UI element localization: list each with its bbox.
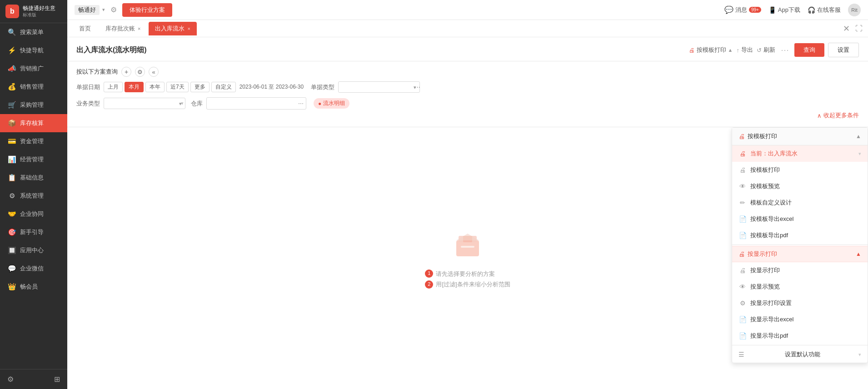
sidebar-item-finance[interactable]: 💳 资金管理 [0, 132, 67, 150]
message-button[interactable]: 💬 消息 99+ [724, 5, 761, 14]
tab-flow[interactable]: 出入库流水 × [149, 22, 196, 35]
purchase-icon: 🛒 [7, 101, 16, 109]
trial-button[interactable]: 体验行业方案 [122, 3, 172, 17]
dropdown-item-display-excel[interactable]: 📄 按显示导出excel [732, 311, 868, 328]
sidebar: b 畅捷通好生意 标准版 🔍 搜索菜单 ⚡ 快捷导航 📣 营销推广 💰 [0, 0, 67, 389]
online-service-button[interactable]: 🎧 在线客服 [808, 6, 841, 14]
sidebar-item-search[interactable]: 🔍 搜索菜单 [0, 23, 67, 41]
date-btn-this-month[interactable]: 本月 [125, 82, 144, 92]
sidebar-nav: 🔍 搜索菜单 ⚡ 快捷导航 📣 营销推广 💰 销售管理 🛒 采购管理 📦 [0, 23, 67, 369]
window-close-icon[interactable]: ✕ [843, 24, 850, 34]
doc-type-select[interactable] [338, 81, 420, 93]
step2-number: 2 [425, 280, 433, 289]
dropdown-item-template-custom[interactable]: ✏ 模板自定义设计 [732, 194, 868, 211]
settings-button[interactable]: 设置 [828, 43, 859, 57]
add-filter-icon[interactable]: + [121, 67, 131, 77]
date-filter-item: 单据日期 上月 本月 本年 近7天 更多 自定义 2023-06-01 至 20… [76, 82, 304, 92]
template-excel-icon: 📄 [738, 215, 747, 223]
dropdown-arrow-icon: ▾ [102, 7, 105, 13]
sidebar-item-guide[interactable]: 🎯 新手引导 [0, 223, 67, 241]
wechat-icon: 💬 [7, 264, 16, 273]
doc-type-more-icon[interactable]: ⋯ [414, 84, 420, 90]
app-title: 畅捷通好生意 标准版 [23, 5, 55, 18]
filter-settings-icon[interactable]: ⚙ [135, 67, 145, 77]
sidebar-item-system[interactable]: ⚙ 系统管理 [0, 187, 67, 205]
filter-collapse-arrow[interactable]: « [149, 67, 159, 77]
date-btn-last-month[interactable]: 上月 [104, 82, 123, 92]
tab-home[interactable]: 首页 [73, 22, 97, 35]
sidebar-item-app-center[interactable]: 🔲 应用中心 [0, 241, 67, 259]
print-template-button[interactable]: 🖨 按模板打印 ▲ [689, 46, 733, 54]
print-expand-icon: ▲ [728, 47, 733, 53]
query-button[interactable]: 查询 [794, 43, 824, 57]
guide-icon: 🎯 [7, 228, 16, 236]
collapse-filters-button[interactable]: ∧ 收起更多条件 [817, 111, 859, 120]
export-icon: ↑ [737, 47, 740, 54]
date-btn-this-year[interactable]: 本年 [145, 82, 165, 92]
content-area: 1 请先选择要分析的方案 2 用[过滤]条件来缩小分析范围 🖨 按模板打印 [67, 127, 868, 389]
warehouse-input[interactable] [206, 97, 306, 110]
app-download-button[interactable]: 📱 App下载 [768, 6, 800, 14]
sidebar-item-wechat[interactable]: 💬 企业微信 [0, 259, 67, 278]
sidebar-item-operations[interactable]: 📊 经营管理 [0, 150, 67, 169]
message-icon: 💬 [724, 5, 733, 14]
user-avatar[interactable]: Rit [848, 4, 861, 16]
warehouse-more-icon[interactable]: ⋯ [298, 100, 304, 107]
dropdown-divider-2 [732, 345, 868, 345]
business-type-select-wrap [104, 98, 185, 109]
sidebar-item-marketing[interactable]: 📣 营销推广 [0, 60, 67, 78]
display-section-collapse[interactable]: ▲ [856, 251, 861, 257]
sidebar-header: b 畅捷通好生意 标准版 [0, 0, 67, 23]
export-button[interactable]: ↑ 导出 [737, 46, 753, 54]
search-nav-icon: 🔍 [7, 28, 16, 36]
sidebar-item-inventory[interactable]: 📦 库存核算 [0, 114, 67, 132]
empty-step-1: 1 请先选择要分析的方案 [425, 269, 510, 279]
filter-label: 按以下方案查询 + ⚙ « [76, 67, 859, 77]
settings-footer-icon[interactable]: ⚙ [7, 375, 14, 384]
sidebar-item-member[interactable]: 👑 畅会员 [0, 278, 67, 296]
tab-batch[interactable]: 库存批次账 × [99, 22, 147, 35]
business-type-filter: 业务类型 ▾ [76, 98, 184, 109]
sidebar-item-basic[interactable]: 📋 基础信息 [0, 169, 67, 187]
dropdown-item-display-print[interactable]: 🖨 按显示打印 [732, 262, 868, 279]
date-btn-more[interactable]: 更多 [190, 82, 210, 92]
date-btn-custom[interactable]: 自定义 [211, 82, 236, 92]
dropdown-collapse-icon[interactable]: ▲ [856, 133, 861, 140]
svg-rect-3 [461, 246, 474, 248]
page-header: 出入库流水(流水明细) 🖨 按模板打印 ▲ ↑ 导出 ↺ 刷新 ⋯ 查询 设置 [67, 37, 868, 61]
dropdown-item-display-preview[interactable]: 👁 按显示预览 [732, 279, 868, 295]
page-toolbar: 🖨 按模板打印 ▲ ↑ 导出 ↺ 刷新 ⋯ 查询 设置 [689, 43, 859, 57]
settings-topbar-icon[interactable]: ⚙ [110, 5, 117, 14]
user-dropdown[interactable]: 畅通好 ▾ [75, 5, 105, 15]
message-badge: 99+ [749, 7, 761, 13]
dropdown-item-template-print[interactable]: 🖨 按模板打印 [732, 162, 868, 178]
dropdown-item-template-pdf[interactable]: 📄 按模板导出pdf [732, 227, 868, 244]
display-print-icon-header: 🖨 [738, 250, 745, 258]
empty-steps-container: 1 请先选择要分析的方案 2 用[过滤]条件来缩小分析范围 [425, 269, 510, 290]
dropdown-item-template-preview[interactable]: 👁 按模板预览 [732, 178, 868, 194]
active-filter-tag[interactable]: ● 流水明细 [314, 98, 349, 109]
dropdown-current-item[interactable]: 🖨 当前：出入库流水 ▾ [732, 145, 868, 162]
page-title: 出入库流水(流水明细) [76, 45, 147, 55]
maximize-icon[interactable]: ⛶ [855, 25, 863, 33]
sidebar-item-sales[interactable]: 💰 销售管理 [0, 78, 67, 96]
more-options-icon[interactable]: ⋯ [781, 45, 789, 55]
collapse-sidebar-icon[interactable]: ⊞ [54, 375, 60, 384]
sidebar-item-purchase[interactable]: 🛒 采购管理 [0, 96, 67, 114]
print-template-dropdown: 🖨 按模板打印 ▲ 🖨 当前：出入库流水 ▾ 🖨 按模板打印 [732, 127, 868, 363]
business-type-select[interactable] [104, 98, 185, 109]
date-btn-7days[interactable]: 近7天 [166, 82, 189, 92]
sidebar-item-quick-nav[interactable]: ⚡ 快捷导航 [0, 41, 67, 60]
main-content: 畅通好 ▾ ⚙ 体验行业方案 💬 消息 99+ 📱 App下载 🎧 [67, 0, 868, 389]
dropdown-footer-item[interactable]: ☰ 设置默认功能 ▾ [732, 346, 868, 363]
dropdown-item-template-excel[interactable]: 📄 按模板导出excel [732, 211, 868, 227]
dropdown-item-display-settings[interactable]: ⚙ 按显示打印设置 [732, 295, 868, 311]
dropdown-item-display-pdf[interactable]: 📄 按显示导出pdf [732, 328, 868, 344]
tab-batch-close[interactable]: × [138, 26, 140, 31]
filter-tag-icon: ● [318, 100, 321, 107]
tab-flow-close[interactable]: × [187, 26, 190, 31]
footer-arrow: ▾ [858, 352, 861, 358]
refresh-button[interactable]: ↺ 刷新 [757, 46, 775, 54]
sidebar-item-cooperation[interactable]: 🤝 企业协同 [0, 205, 67, 223]
dropdown-title: 🖨 按模板打印 [738, 132, 777, 140]
